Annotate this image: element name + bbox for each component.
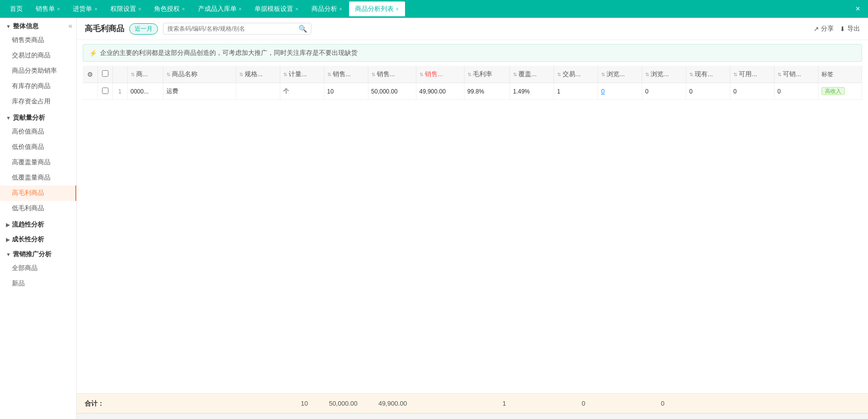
gross-rate-column-header[interactable]: ⇅毛利率 (464, 66, 510, 83)
arrow-down-icon-2: ▼ (6, 115, 11, 121)
footer-spacer (108, 402, 153, 406)
sidebar-collapse-button[interactable]: « (68, 22, 72, 30)
sort-icon-3: ⇅ (239, 72, 243, 77)
footer-transactions: 1 (469, 398, 509, 409)
sidebar-item-high-coverage[interactable]: 高覆盖量商品 (0, 155, 76, 170)
checkbox-column-header[interactable] (98, 66, 112, 83)
nav-tab-product-analysis[interactable]: 商品分析 × (306, 1, 348, 16)
code-column-header[interactable]: ⇅商... (127, 66, 163, 83)
nav-tab-roles[interactable]: 角色授权 × (148, 1, 191, 16)
main-layout: « ▼ 整体信息 销售类商品 交易过的商品 商品分类助销率 有库存的商品 库存资… (0, 18, 868, 419)
row-checkbox[interactable] (98, 83, 112, 100)
horizontal-scrollbar[interactable] (77, 413, 868, 419)
row-spec (236, 83, 280, 100)
browse1-column-header[interactable]: ⇅浏览... (598, 66, 642, 83)
footer-spacer6 (440, 402, 469, 406)
row-coverage: 1.49% (510, 83, 554, 100)
sidebar-group-trend[interactable]: ▶ 流趋性分析 (0, 216, 76, 231)
sellable-column-header[interactable]: ⇅可销... (774, 66, 818, 83)
sidebar-item-high-value[interactable]: 高价值商品 (0, 124, 76, 140)
close-product-analysis-tab[interactable]: × (339, 6, 342, 12)
coverage-column-header[interactable]: ⇅覆盖... (510, 66, 554, 83)
browse2-column-header[interactable]: ⇅浏览... (642, 66, 686, 83)
row-transactions: 1 (554, 83, 598, 100)
sort-icon-4: ⇅ (283, 72, 287, 77)
table-container[interactable]: ⚙ ⇅商... ⇅商品名称 ⇅规格... (83, 66, 862, 393)
sidebar-item-all-goods[interactable]: 全部商品 (0, 261, 76, 276)
share-button[interactable]: ↗ 分享 (814, 24, 834, 33)
sales-qty-column-header[interactable]: ⇅销售... (324, 66, 368, 83)
close-product-analysis-list-tab[interactable]: × (396, 6, 399, 12)
footer-spacer2 (153, 402, 192, 406)
settings-column-header[interactable]: ⚙ (83, 66, 98, 83)
nav-tab-product-analysis-list[interactable]: 商品分析列表 × (349, 1, 405, 16)
sidebar-item-low-coverage[interactable]: 低覆盖量商品 (0, 170, 76, 186)
sort-icon-8: ⇅ (467, 72, 471, 77)
row-browse1[interactable]: 0 (598, 83, 642, 100)
sort-icon-6: ⇅ (371, 72, 375, 77)
unit-column-header[interactable]: ⇅计量... (280, 66, 324, 83)
nav-tab-home[interactable]: 首页 (4, 1, 29, 16)
sidebar-item-high-margin[interactable]: 高毛利商品 (0, 186, 76, 201)
nav-tab-product-stock[interactable]: 产成品入库单 × (192, 1, 248, 16)
transactions-column-header[interactable]: ⇅交易... (554, 66, 598, 83)
export-button[interactable]: ⬇ 导出 (840, 24, 860, 33)
close-product-stock-tab[interactable]: × (239, 6, 242, 12)
sidebar-group-overall[interactable]: ▼ 整体信息 (0, 18, 76, 33)
sort-icon-2: ⇅ (166, 72, 170, 77)
close-purchase-tab[interactable]: × (94, 6, 97, 12)
search-icon: 🔍 (299, 25, 307, 33)
row-unit: 个 (280, 83, 324, 100)
footer-sales-amount: 50,000.00 (311, 398, 360, 409)
sidebar-group-contribution[interactable]: ▼ 贡献量分析 (0, 109, 76, 124)
close-permissions-tab[interactable]: × (138, 6, 141, 12)
footer-browse1 (509, 402, 549, 406)
period-button[interactable]: 近一月 (129, 23, 158, 35)
sidebar-item-stock-capital[interactable]: 库存资金占用 (0, 94, 76, 109)
sort-icon-9: ⇅ (513, 72, 517, 77)
rownum-column-header (112, 66, 127, 83)
spec-column-header[interactable]: ⇅规格... (236, 66, 280, 83)
sort-icon-7: ⇅ (419, 72, 423, 77)
info-bar: ⚡ 企业的主要的利润都是这部分商品创造的，可考虑加大推广，同时关注库存是不要出现… (83, 44, 862, 62)
close-roles-tab[interactable]: × (182, 6, 185, 12)
nav-tab-permissions[interactable]: 权限设置 × (104, 1, 147, 16)
close-sales-tab[interactable]: × (57, 6, 60, 12)
sidebar-item-new-goods[interactable]: 新品 (0, 276, 76, 291)
sort-icon-10: ⇅ (557, 72, 561, 77)
nav-tab-purchase[interactable]: 进货单 × (67, 1, 103, 16)
row-available1: 0 (686, 83, 730, 100)
close-all-button[interactable]: × (852, 2, 864, 15)
sidebar-item-low-margin[interactable]: 低毛利商品 (0, 201, 76, 216)
footer-spacer4 (232, 402, 271, 406)
nav-tab-template[interactable]: 单据模板设置 × (249, 1, 304, 16)
sales-amount-column-header[interactable]: ⇅销售... (368, 66, 416, 83)
sort-icon-11: ⇅ (601, 72, 605, 77)
content-area: 高毛利商品 近一月 🔍 ↗ 分享 ⬇ 导出 ⚡ 企业的主要的利润都是这部分商品创… (77, 18, 868, 419)
name-column-header[interactable]: ⇅商品名称 (163, 66, 236, 83)
select-all-checkbox[interactable] (102, 70, 108, 77)
info-text: 企业的主要的利润都是这部分商品创造的，可考虑加大推广，同时关注库存是不要出现缺货 (100, 48, 357, 57)
nav-tab-sales[interactable]: 销售单 × (30, 1, 66, 16)
available2-column-header[interactable]: ⇅可用... (730, 66, 774, 83)
search-input[interactable] (167, 25, 299, 32)
sidebar-group-growth[interactable]: ▶ 成长性分析 (0, 231, 76, 246)
sort-icon-5: ⇅ (327, 72, 331, 77)
footer-label: 合计： (85, 399, 104, 408)
footer-spacer3 (192, 402, 232, 406)
sales-cost-column-header[interactable]: ⇅销售... (416, 66, 464, 83)
sidebar-item-in-stock[interactable]: 有库存的商品 (0, 79, 76, 94)
table-body: 1 0000... 运费 个 10 50,000.00 49,900.00 99… (83, 83, 862, 100)
sidebar-item-category-rate[interactable]: 商品分类助销率 (0, 63, 76, 79)
sidebar-group-marketing[interactable]: ▼ 营销推广分析 (0, 246, 76, 261)
sidebar-item-traded-goods[interactable]: 交易过的商品 (0, 48, 76, 63)
table-row: 1 0000... 运费 个 10 50,000.00 49,900.00 99… (83, 83, 862, 100)
settings-icon: ⚙ (87, 71, 93, 78)
arrow-right-icon-2: ▶ (6, 237, 10, 242)
available1-column-header[interactable]: ⇅现有... (686, 66, 730, 83)
sidebar-item-low-value[interactable]: 低价值商品 (0, 140, 76, 155)
close-template-tab[interactable]: × (295, 6, 298, 12)
sidebar-item-sales-goods[interactable]: 销售类商品 (0, 33, 76, 48)
sort-icon-14: ⇅ (733, 72, 737, 77)
arrow-down-icon-3: ▼ (6, 252, 11, 257)
